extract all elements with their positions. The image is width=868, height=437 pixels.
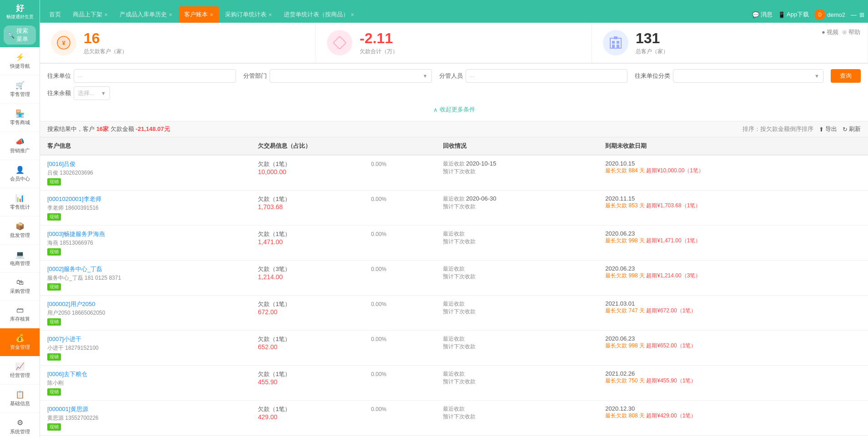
sidebar-item-basic_info[interactable]: 📋 基础信息 [0,385,40,413]
due-date-4: 2021.03.01 [605,300,861,307]
cell-customer-6: [0006]去下粮仓 陈小刚 现销 [40,366,251,401]
tab-purchase_order[interactable]: 采购订单统计表✕ [220,6,277,23]
tab-home[interactable]: 首页 [44,6,66,23]
table-row: [0016]吕俊 吕俊 13026203696 现销 欠款（1笔） 10,000… [40,155,868,191]
user-avatar[interactable]: D demo2 [814,9,845,20]
maximize-icon[interactable]: ⊞ [859,11,864,18]
tab-label-purchase_order: 采购订单统计表 [225,10,266,19]
cell-debt-text-5: 欠款（1笔） 652.00 [251,331,364,366]
tab-close-purchase_order[interactable]: ✕ [268,12,272,17]
sidebar-item-label-inventory: 库存核算 [2,316,38,322]
retail_mall-icon: 🏪 [2,109,38,118]
tab-customer_account[interactable]: 客户账本✕ [179,6,219,23]
sidebar-item-retail_mgmt[interactable]: 🛒 零售管理 [0,75,40,104]
overdue-link-0[interactable]: 超期¥10,000.00（1笔） [646,167,704,174]
table-row: [000002]用户2050 用户2050 18665062050 现销 欠款（… [40,296,868,331]
overdue-link-2[interactable]: 超期¥1,471.00（1笔） [646,237,701,244]
customer-name-link-7[interactable]: [000001]黄思源 [47,405,243,413]
sidebar-item-ecommerce[interactable]: 💻 电商管理 [0,245,40,273]
svg-text:¥: ¥ [62,40,65,46]
due-date-1: 2020.11.15 [605,195,861,202]
debt-amount-7: 429.00 [258,413,356,421]
sidebar-item-label-marketing: 营销推广 [2,147,38,154]
debt-amount-3: 1,214.00 [258,273,356,281]
export-icon: ⬆ [819,126,824,133]
debt-ratio-4: 0.00% [371,301,428,307]
table-row: [0001020001]李老师 李老师 18600391516 现销 欠款（1笔… [40,191,868,226]
dept-select[interactable]: ▼ [270,69,432,83]
col-debt-info: 欠交易信息（占比） [251,137,435,155]
sidebar-search-area: 🔍 搜索菜单 [0,23,40,47]
last-collect-label-2: 最近收款 [443,230,591,238]
source-unit-input[interactable]: ··· [74,69,236,83]
stat-icon-diamond [327,30,352,55]
tab-produce_history[interactable]: 产成品入库单历史✕ [114,6,178,23]
refresh-btn[interactable]: ↻ 刷新 [843,125,861,133]
customer-name-link-2[interactable]: [0003]畅捷服务尹海燕 [47,230,243,238]
sidebar-item-quick_nav[interactable]: ⚡ 快捷导航 [0,47,40,75]
chevron-up-icon: ∧ [433,106,438,113]
sidebar-item-retail_mall[interactable]: 🏪 零售商城 [0,104,40,132]
tab-close-purchase_stats[interactable]: ✕ [351,12,354,17]
overdue-link-7[interactable]: 超期¥429.00（1笔） [646,412,696,419]
overdue-link-6[interactable]: 超期¥455.90（1笔） [646,377,696,384]
customer-name-link-6[interactable]: [0006]去下粮仓 [47,370,243,378]
cell-due-3: 2020.06.23 最长欠款 998 天 超期¥1,214.00（3笔） [598,261,868,296]
next-collect-label-4: 预计下次收款 [443,308,591,316]
customer-sub-0: 吕俊 13026203696 [47,169,243,177]
svg-rect-4 [612,41,615,44]
customer-name-link-0[interactable]: [0016]吕俊 [47,160,243,168]
svg-rect-3 [610,38,621,48]
debt-count-4: 欠款（1笔） [258,300,356,308]
sidebar-item-member_center[interactable]: 👤 会员中心 [0,160,40,188]
sidebar-item-inventory[interactable]: 🗃 库存核算 [0,301,40,328]
operation-icon: 📈 [2,362,38,371]
tab-purchase_stats[interactable]: 进货单统计表（按商品）✕ [278,6,360,23]
sidebar-item-retail_stats[interactable]: 📊 零售统计 [0,188,40,216]
overdue-link-4[interactable]: 超期¥672.00（1笔） [646,307,696,314]
message-btn[interactable]: 💬 消息 [752,10,773,19]
finance-icon: 💰 [2,334,38,342]
unit-category-select[interactable]: ▼ [673,69,823,83]
retail_mgmt-icon: 🛒 [2,81,38,90]
overdue-link-1[interactable]: 超期¥1,703.68（1笔） [646,202,701,209]
minimize-icon[interactable]: — [851,11,857,18]
customer-name-link-1[interactable]: [0001020001]李老师 [47,195,243,203]
overdue-link-3[interactable]: 超期¥1,214.00（3笔） [646,272,701,279]
cell-due-6: 2021.02.26 最长欠款 750 天 超期¥455.90（1笔） [598,366,868,401]
tab-products_off[interactable]: 商品上下架✕ [67,6,113,23]
query-button[interactable]: 查询 [831,69,861,83]
sort-label[interactable]: 排序：按欠款金额倒序排序 [743,125,813,133]
last-collect-label-6: 最近收款 [443,370,591,378]
cell-customer-1: [0001020001]李老师 李老师 18600391516 现销 [40,191,251,226]
app-download-btn[interactable]: 📱 App下载 [778,10,809,19]
sidebar-search-box[interactable]: 🔍 搜索菜单 [4,25,36,45]
sidebar-item-label-retail_mall: 零售商城 [2,119,38,126]
customer-tag-7: 现销 [47,423,61,431]
cell-debt-text-1: 欠款（1笔） 1,703.68 [251,191,364,226]
sidebar-item-purchase_mgmt[interactable]: 🛍 采购管理 [0,273,40,301]
sidebar-item-operation[interactable]: 📈 经营管理 [0,357,40,385]
sidebar-item-finance[interactable]: 💰 资金管理 [0,328,40,357]
sidebar-item-marketing[interactable]: 📣 营销推广 [0,132,40,160]
batch_mgmt-icon: 📦 [2,222,38,231]
overdue-link-5[interactable]: 超期¥652.00（1笔） [646,342,696,349]
sidebar-item-system[interactable]: ⚙ 系统管理 [0,413,40,437]
customer-name-link-5[interactable]: [0007]小进干 [47,335,243,343]
tab-close-customer_account[interactable]: ✕ [210,12,213,17]
help-btn[interactable]: ⊙ 帮助 [842,28,860,36]
sidebar-item-batch_mgmt[interactable]: 📦 批发管理 [0,216,40,245]
manager-input[interactable]: ··· [466,69,628,83]
video-help-btn[interactable]: ● 视频 [822,28,838,36]
tab-close-produce_history[interactable]: ✕ [169,12,172,17]
cell-debt-text-4: 欠款（1笔） 672.00 [251,296,364,331]
inventory-icon: 🗃 [2,306,38,314]
filter-collapse-btn[interactable]: ∧ 收起更多条件 [47,104,861,116]
export-btn[interactable]: ⬆ 导出 [819,125,837,133]
customer-tag-3: 现销 [47,283,61,291]
balance-type-select[interactable]: 选择... ▼ [74,86,110,100]
tab-label-products_off: 商品上下架 [73,10,102,19]
tab-close-products_off[interactable]: ✕ [104,12,108,17]
customer-name-link-4[interactable]: [000002]用户2050 [47,300,243,308]
customer-name-link-3[interactable]: [0002]服务中心_丁磊 [47,265,243,273]
